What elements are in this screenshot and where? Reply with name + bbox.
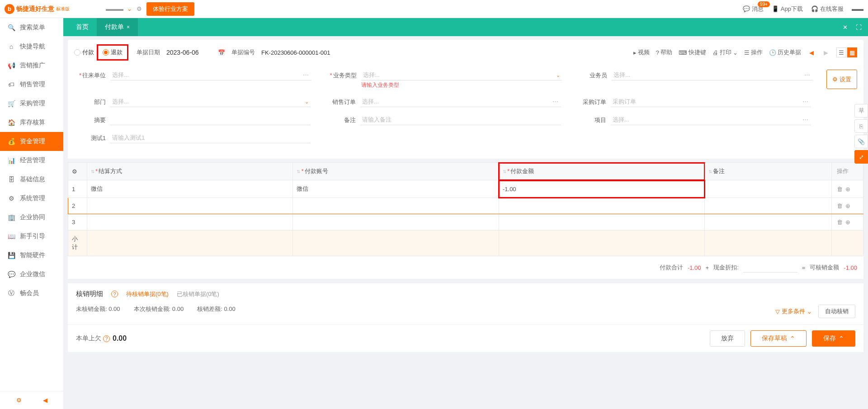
app-download-link[interactable]: 📱 App下载 <box>772 5 803 13</box>
table-row[interactable]: 2🗑⊕ <box>68 198 863 214</box>
help-link[interactable]: ? 帮助 <box>656 48 672 56</box>
cell-settlement[interactable] <box>87 198 293 214</box>
float-import-icon[interactable]: ⎘ <box>854 119 868 133</box>
sidebar-item-cart[interactable]: 🛒采购管理 <box>0 94 63 113</box>
delete-row-icon[interactable]: 🗑 <box>837 186 843 193</box>
cell-account[interactable] <box>293 198 499 214</box>
sidebar-item-report[interactable]: 📊经营管理 <box>0 151 63 170</box>
video-link[interactable]: ▸ 视频 <box>633 48 650 56</box>
more-icon[interactable]: ⋯ <box>303 71 310 78</box>
close-all-icon[interactable]: ✕ <box>841 22 849 33</box>
cell-remark[interactable] <box>705 180 832 198</box>
float-expand-icon[interactable]: ⤢ <box>854 150 868 164</box>
shortcut-link[interactable]: ⌨ 快捷键 <box>679 48 706 56</box>
tab-1[interactable]: 付款单× <box>97 18 138 36</box>
sidebar-item-wechat[interactable]: 💬企业微信 <box>0 265 63 284</box>
tab-0[interactable]: 首页 <box>68 18 97 36</box>
sidebar-item-enterprise[interactable]: 🏢企业协同 <box>0 208 63 227</box>
float-attach-icon[interactable]: 📎 <box>854 135 868 148</box>
table-row[interactable]: 1微信微信-1.00🗑⊕ <box>68 180 863 198</box>
radio-refund[interactable]: 退款 <box>103 48 123 56</box>
settings-gear-icon[interactable]: ⚙ <box>137 5 142 12</box>
dept-select[interactable] <box>110 96 311 107</box>
experience-button[interactable]: 体验行业方案 <box>146 2 194 16</box>
table-row[interactable]: 3🗑⊕ <box>68 214 863 230</box>
auto-verify-button[interactable]: 自动核销 <box>818 305 855 318</box>
messages-link[interactable]: 💬 消息 99+ <box>743 5 764 13</box>
biz-type-select[interactable] <box>361 70 562 80</box>
info-icon[interactable]: ? <box>111 291 118 297</box>
cell-amount[interactable]: -1.00 <box>499 180 704 198</box>
more-icon[interactable]: ⋯ <box>804 71 811 78</box>
table-gear-header[interactable]: ⚙ <box>68 163 87 180</box>
fullscreen-icon[interactable]: ⛶ <box>854 22 863 33</box>
prev-doc-icon[interactable]: ◀ <box>807 49 816 56</box>
org-dropdown[interactable]: ▬▬▬ ⌄ <box>106 5 132 12</box>
add-row-icon[interactable]: ⊕ <box>845 219 850 226</box>
next-doc-icon[interactable]: ▶ <box>822 49 830 56</box>
more-icon[interactable]: ⋯ <box>802 116 809 123</box>
operate-link[interactable]: ☰ 操作 <box>744 48 763 56</box>
add-row-icon[interactable]: ⊕ <box>845 186 850 193</box>
done-tab[interactable]: 已核销单据(0笔) <box>177 290 219 298</box>
abandon-button[interactable]: 放弃 <box>710 330 745 347</box>
online-service-link[interactable]: 🎧 在线客服 <box>811 5 844 13</box>
cell-account[interactable]: 微信 <box>293 180 499 198</box>
project-select[interactable] <box>611 114 811 125</box>
sidebar-item-money[interactable]: 💰资金管理 <box>0 132 63 151</box>
settings-icon[interactable]: ⚙ <box>16 397 22 404</box>
calendar-icon[interactable]: 📅 <box>218 49 225 56</box>
cell-account[interactable] <box>293 214 499 230</box>
user-menu[interactable]: ▬▬ <box>852 5 863 12</box>
history-link[interactable]: 🕒 历史单据 <box>769 48 801 56</box>
chevron-down-icon[interactable]: ⌄ <box>305 99 309 105</box>
info-icon[interactable]: ? <box>103 335 110 342</box>
save-button[interactable]: 保存 ⌃ <box>812 330 855 347</box>
save-draft-button[interactable]: 保存草稿 ⌃ <box>750 330 807 347</box>
sales-order-select[interactable] <box>360 96 561 107</box>
cell-settlement[interactable]: 微信 <box>87 180 293 198</box>
col-account[interactable]: ⇅*付款账号 <box>293 163 499 180</box>
remark-input[interactable] <box>360 114 561 125</box>
sidebar-item-megaphone[interactable]: 📢营销推广 <box>0 56 63 75</box>
test1-input[interactable] <box>110 132 311 143</box>
float-draft-icon[interactable]: 草 <box>854 104 868 118</box>
purchase-order-select[interactable] <box>611 96 811 107</box>
sidebar-item-warehouse[interactable]: 🏠库存核算 <box>0 113 63 132</box>
sidebar-item-system[interactable]: ⚙系统管理 <box>0 189 63 208</box>
more-conditions-link[interactable]: ▽ 更多条件 ⌄ <box>775 307 812 315</box>
view-grid-icon[interactable]: ▦ <box>847 47 857 57</box>
pending-tab[interactable]: 待核销单据(0笔) <box>126 290 169 298</box>
cell-settlement[interactable] <box>87 214 293 230</box>
sidebar-item-member[interactable]: Ⓥ畅会员 <box>0 284 63 303</box>
sidebar-item-guide[interactable]: 📖新手引导 <box>0 227 63 246</box>
sidebar-item-tag[interactable]: 🏷销售管理 <box>0 75 63 94</box>
add-row-icon[interactable]: ⊕ <box>845 202 850 209</box>
doc-date-input[interactable] <box>166 49 212 56</box>
delete-row-icon[interactable]: 🗑 <box>837 219 843 226</box>
partner-select[interactable] <box>110 70 311 80</box>
sidebar-item-database[interactable]: 🗄基础信息 <box>0 170 63 189</box>
cell-remark[interactable] <box>705 214 832 230</box>
print-link[interactable]: 🖨 打印 ⌄ <box>712 48 738 56</box>
form-settings-button[interactable]: ⚙ 设置 <box>826 70 857 89</box>
radio-payment[interactable]: 付款 <box>74 48 94 56</box>
more-icon[interactable]: ⋯ <box>802 98 809 105</box>
collapse-icon[interactable]: ◀ <box>43 397 47 404</box>
view-list-icon[interactable]: ☰ <box>836 47 846 57</box>
sidebar-item-home[interactable]: ⌂快捷导航 <box>0 37 63 56</box>
chevron-down-icon[interactable]: ⌄ <box>556 72 560 78</box>
col-settlement[interactable]: ⇅*结算方式 <box>87 163 293 180</box>
sidebar-item-hardware[interactable]: 💾智能硬件 <box>0 246 63 265</box>
cell-remark[interactable] <box>705 198 832 214</box>
cell-amount[interactable] <box>499 198 704 214</box>
col-remark[interactable]: ⇅备注 <box>705 163 832 180</box>
summary-input[interactable] <box>110 114 311 125</box>
cell-amount[interactable] <box>499 214 704 230</box>
tab-close-icon[interactable]: × <box>127 24 130 30</box>
more-icon[interactable]: ⋯ <box>552 98 559 105</box>
delete-row-icon[interactable]: 🗑 <box>837 202 843 209</box>
sidebar-item-search[interactable]: 🔍搜索菜单 <box>0 18 63 37</box>
col-amount-highlighted[interactable]: ⇅*付款金额 <box>499 163 704 180</box>
salesperson-select[interactable] <box>612 70 813 80</box>
